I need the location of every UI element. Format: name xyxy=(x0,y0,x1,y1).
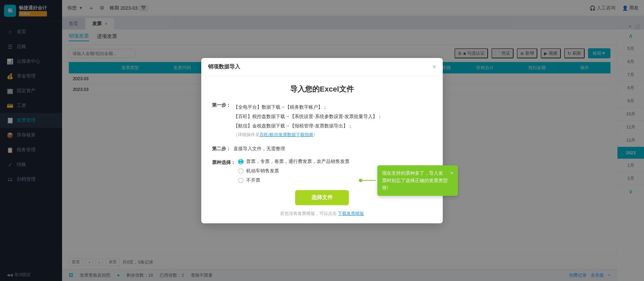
modal-header: 销项数据导入 × xyxy=(201,58,443,76)
tooltip-bubble: × 现在支持的票种多了，导入发票时别忘了选择正确的发票类型呀! xyxy=(377,165,458,196)
step2: 第二步： 直接导入文件，无需整理 xyxy=(212,146,432,152)
radio-general[interactable]: 普票，专票，卷票，通行费发票，农产品销售发票 xyxy=(238,159,350,165)
step2-content: 直接导入文件，无需整理 xyxy=(233,146,285,152)
radio-no-invoice-circle xyxy=(238,178,244,183)
tooltip-close-button[interactable]: × xyxy=(450,169,453,177)
step1: 第一步： 【全电平台】数据下载→【税务数字账户】； 【百旺】税控盘数据下载→【系… xyxy=(212,102,432,139)
tooltip-line xyxy=(359,180,376,181)
modal-title: 销项数据导入 xyxy=(208,63,240,70)
tooltip-container: × 现在支持的票种多了，导入发票时别忘了选择正确的发票类型呀! xyxy=(359,165,458,196)
radio-motor[interactable]: 机动车销售发票 × 现在支持的票种多了，导入发票时别忘了选择正确的发票类型呀! xyxy=(238,168,350,174)
import-modal: 销项数据导入 × 导入您的Excel文件 第一步： 【全电平台】数据下载→【税务… xyxy=(201,58,443,223)
import-title: 导入您的Excel文件 xyxy=(212,84,432,94)
download-template-link[interactable]: 下载发票模版 xyxy=(338,211,364,216)
radio-general-circle xyxy=(238,159,244,164)
step1-label: 第一步： xyxy=(212,102,231,108)
modal-overlay: 销项数据导入 × 导入您的Excel文件 第一步： 【全电平台】数据下载→【税务… xyxy=(0,0,644,281)
modal-body: 导入您的Excel文件 第一步： 【全电平台】数据下载→【税务数字账户】； 【百… xyxy=(201,76,443,223)
ticket-label: 票种选择： xyxy=(212,160,235,166)
ticket-select-row: 票种选择： 普票，专票，卷票，通行费发票，农产品销售发票 机动车销售发票 xyxy=(212,159,432,183)
modal-close-button[interactable]: × xyxy=(432,63,436,70)
step1-hint: （详细操作见百旺/航信发票数据下载指南） xyxy=(233,130,382,139)
guide-link[interactable]: 百旺/航信发票数据下载指南 xyxy=(260,132,313,137)
select-file-button[interactable]: 选择文件 xyxy=(295,190,349,205)
radio-motor-circle xyxy=(238,168,244,174)
template-hint: 若您没有发票模版，可以点击 下载发票模版 xyxy=(212,211,432,217)
radio-no-invoice[interactable]: 不开票 xyxy=(238,177,350,183)
step2-label: 第二步： xyxy=(212,146,231,152)
radio-options: 普票，专票，卷票，通行费发票，农产品销售发票 机动车销售发票 × xyxy=(238,159,350,183)
step1-content: 【全电平台】数据下载→【税务数字账户】； 【百旺】税控盘数据下载→【系统设置-系… xyxy=(233,102,382,139)
